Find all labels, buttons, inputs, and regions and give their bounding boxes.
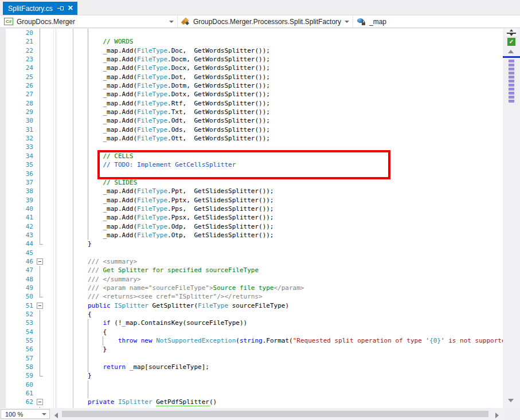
tab-title: SplitFactory.cs [8,5,53,13]
code-line[interactable]: 24 _map.Add(FileType.Docx, GetWordsSplit… [0,64,503,72]
outline-margin [33,90,57,99]
line-number: 34 [0,152,33,160]
chevron-down-icon[interactable] [169,21,174,23]
code-line[interactable]: 43 _map.Add(FileType.Otp, GetSlidesSplit… [0,231,503,240]
line-number: 38 [0,187,33,195]
code-line[interactable]: 45 [0,249,503,257]
code-text: _map.Add(FileType.Ppsx, GetSlidesSplitte… [57,213,274,222]
code-line[interactable]: 55 throw new NotSupportedException(strin… [0,336,503,345]
chevron-down-icon[interactable] [42,413,46,415]
code-line[interactable]: 42 _map.Add(FileType.Odp, GetSlidesSplit… [0,222,503,231]
code-line[interactable]: 30 _map.Add(FileType.Odt, GetWordsSplitt… [0,116,503,125]
code-text: /// <returns><see cref="ISplitter"/></re… [57,292,263,301]
code-line[interactable]: 50 /// <returns><see cref="ISplitter"/><… [0,292,503,301]
code-line[interactable]: 57 [0,354,503,363]
scrollbar-mark [509,84,514,87]
class-icon [182,18,190,25]
code-area[interactable]: 2021 // WORDS22 _map.Add(FileType.Doc, G… [0,29,503,408]
outline-margin [33,187,57,195]
scroll-up-arrow-icon[interactable] [508,50,514,53]
outline-margin [33,249,57,257]
code-line[interactable]: 37 // SLIDES [0,178,503,187]
line-number: 28 [0,99,33,108]
scrollbar-mark [509,76,514,78]
code-line[interactable]: 29 _map.Add(FileType.Txt, GetWordsSplitt… [0,108,503,116]
indent-guide [103,336,103,345]
close-icon[interactable]: ✕ [68,5,73,11]
project-dropdown[interactable]: C# GroupDocs.Merger [0,15,178,28]
line-number: 24 [0,64,33,72]
outline-margin [33,196,57,205]
line-number: 57 [0,354,33,363]
code-line[interactable]: 27 _map.Add(FileType.Dotx, GetWordsSplit… [0,90,503,99]
code-text: _map.Add(FileType.Docx, GetWordsSplitter… [57,64,270,72]
code-line[interactable]: 61 [0,389,503,398]
code-line[interactable]: 62 private ISplitter GetPdfSplitter() [0,398,503,406]
code-line[interactable]: 52 { [0,310,503,319]
scroll-left-arrow-icon[interactable] [54,413,58,418]
vertical-scrollbar[interactable]: ✓ [503,29,520,408]
line-number: 53 [0,319,33,327]
code-line[interactable]: 20 [0,29,503,37]
horizontal-scrollbar[interactable]: 100 % [0,408,503,420]
code-line[interactable]: 40 _map.Add(FileType.Pps, GetSlidesSplit… [0,205,503,213]
code-line[interactable]: 28 _map.Add(FileType.Rtf, GetWordsSplitt… [0,99,503,108]
code-text: _map.Add(FileType.Dotx, GetWordsSplitter… [57,90,270,99]
code-line[interactable]: 22 _map.Add(FileType.Doc, GetWordsSplitt… [0,46,503,55]
scroll-down-arrow-icon[interactable] [508,399,514,402]
code-line[interactable]: 59 } [0,371,503,380]
code-line[interactable]: 44 } [0,240,503,248]
scroll-right-arrow-icon[interactable] [495,413,499,418]
code-line[interactable]: 49 /// <param name="sourceFileType">Sour… [0,284,503,292]
outline-margin [33,29,57,37]
horizontal-scroll-thumb[interactable] [62,411,488,417]
code-line[interactable]: 31 _map.Add(FileType.Ods, GetWordsSplitt… [0,125,503,134]
scrollbar-mark [509,92,514,95]
code-line[interactable]: 25 _map.Add(FileType.Dot, GetWordsSplitt… [0,73,503,81]
tab-splitfactory[interactable]: SplitFactory.cs ✕ [3,2,77,15]
outline-margin [33,178,57,187]
zoom-level-dropdown[interactable]: 100 % [1,409,50,419]
code-line[interactable]: 46 /// <summary> [0,257,503,266]
line-number: 30 [0,116,33,125]
csharp-project-icon: C# [4,18,13,25]
pin-icon[interactable] [57,5,64,11]
split-window-grip-icon[interactable] [505,29,518,37]
line-number: 54 [0,328,33,336]
code-line[interactable]: 56 } [0,345,503,354]
code-line[interactable]: 39 _map.Add(FileType.Pptx, GetSlidesSpli… [0,196,503,205]
member-dropdown-label: _map [369,18,386,26]
project-dropdown-label: GroupDocs.Merger [17,18,75,26]
line-number: 61 [0,389,33,398]
member-dropdown[interactable]: _map [353,15,520,28]
type-dropdown[interactable]: GroupDocs.Merger.Processors.Split.SplitF… [178,15,353,28]
code-line[interactable]: 54 { [0,328,503,336]
code-line[interactable]: 38 _map.Add(FileType.Ppt, GetSlidesSplit… [0,187,503,195]
code-line[interactable]: 26 _map.Add(FileType.Dotm, GetWordsSplit… [0,81,503,90]
collapse-region-icon[interactable] [37,303,43,309]
collapse-region-icon[interactable] [37,399,43,405]
chevron-down-icon[interactable] [345,21,349,23]
code-text: _map.Add(FileType.Odt, GetWordsSplitter(… [57,116,270,125]
code-lines: 2021 // WORDS22 _map.Add(FileType.Doc, G… [0,29,503,408]
code-line[interactable]: 41 _map.Add(FileType.Ppsx, GetSlidesSpli… [0,213,503,222]
code-line[interactable]: 58 return _map[sourceFileType]; [0,363,503,371]
code-line[interactable]: 21 // WORDS [0,37,503,46]
code-text: _map.Add(FileType.Otp, GetSlidesSplitter… [57,231,274,240]
outline-margin [33,354,57,363]
line-number: 23 [0,55,33,64]
code-line[interactable]: 23 _map.Add(FileType.Docm, GetWordsSplit… [0,55,503,64]
code-line[interactable]: 51 public ISplitter GetSplitter(FileType… [0,301,503,310]
code-line[interactable]: 60 [0,380,503,389]
code-line[interactable]: 32 _map.Add(FileType.Ott, GetWordsSplitt… [0,134,503,143]
line-number: 31 [0,125,33,134]
outline-margin [33,143,57,151]
code-line[interactable]: 53 if (!_map.ContainsKey(sourceFileType)… [0,319,503,327]
outline-margin [33,398,57,406]
document-health-check-icon[interactable]: ✓ [507,38,515,46]
line-number: 51 [0,301,33,310]
code-line[interactable]: 47 /// Get Splitter for specified source… [0,266,503,274]
collapse-region-icon[interactable] [37,258,43,265]
code-line[interactable]: 48 /// </summary> [0,275,503,284]
outline-margin [33,275,57,284]
